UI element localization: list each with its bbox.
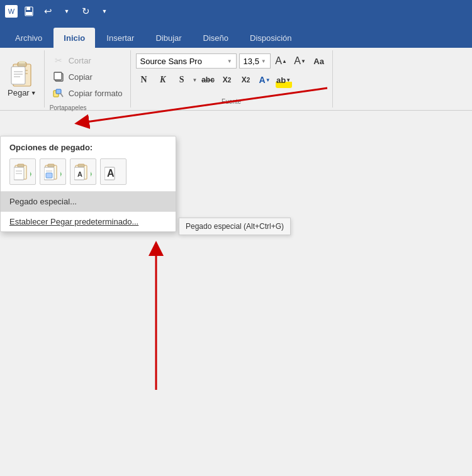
svg-rect-1: [26, 7, 30, 10]
bold-button[interactable]: N: [136, 72, 152, 88]
svg-rect-9: [11, 67, 25, 84]
scissors-icon: ✂: [52, 54, 65, 67]
font-size-arrow: ▼: [261, 58, 266, 64]
font-color-button[interactable]: A▼: [257, 72, 273, 88]
font-section-label: Fuente: [136, 96, 327, 105]
svg-line-17: [60, 93, 63, 97]
strikethrough-button[interactable]: S: [174, 72, 190, 88]
svg-rect-19: [18, 164, 24, 167]
pegar-button[interactable]: Pegar ▼: [3, 54, 42, 104]
svg-rect-29: [78, 164, 84, 167]
subscript-button[interactable]: X2: [219, 72, 235, 88]
svg-text:A: A: [77, 170, 82, 178]
app-icon: W: [5, 5, 18, 18]
svg-text:A: A: [107, 168, 115, 179]
title-bar: W ↩ ▼ ↻ ▼: [0, 0, 472, 23]
font-size-selector[interactable]: 13,5 ▼: [239, 53, 271, 69]
clipboard-section-label: Portapapeles: [50, 102, 125, 111]
highlight-button[interactable]: ab▼: [276, 72, 292, 88]
tab-disposicion[interactable]: Disposición: [240, 28, 301, 48]
paste-especial-label: Pegado especial...: [9, 197, 77, 206]
paste-option-1[interactable]: [9, 158, 36, 185]
ribbon-body: Pegar ▼ ✂ Cortar Copiar: [0, 48, 472, 111]
undo-arrow[interactable]: ▼: [59, 4, 74, 19]
clipboard-group: ✂ Cortar Copiar: [45, 50, 131, 108]
svg-rect-27: [46, 173, 52, 178]
svg-rect-14: [54, 72, 62, 80]
ribbon-tabs: Archivo Inicio Insertar Dibujar Diseño D…: [0, 23, 472, 48]
font-shrink-button[interactable]: A▼: [292, 53, 308, 69]
format-painter-icon: [52, 87, 65, 99]
paste-especial-tooltip: Pegado especial (Alt+Ctrl+G): [179, 218, 291, 235]
font-name-value: Source Sans Pro: [140, 57, 202, 66]
tab-diseno[interactable]: Diseño: [193, 28, 239, 48]
paste-predeterminado-label: Establecer Pegar predeterminado...: [9, 217, 138, 226]
font-name-arrow: ▼: [227, 58, 232, 64]
copiar-button[interactable]: Copiar: [50, 69, 125, 84]
cortar-label: Cortar: [69, 56, 91, 65]
paste-menu-header: Opciones de pegado:: [1, 136, 176, 156]
cortar-button[interactable]: ✂ Cortar: [50, 53, 125, 68]
pegar-icon: [10, 60, 34, 88]
tab-inicio[interactable]: Inicio: [53, 28, 95, 48]
undo-button[interactable]: ↩: [40, 4, 55, 19]
tab-dibujar[interactable]: Dibujar: [145, 28, 191, 48]
qat-arrow[interactable]: ▼: [97, 4, 112, 19]
superscript-button[interactable]: X2: [238, 72, 254, 88]
font-grow-button[interactable]: A▲: [273, 53, 289, 69]
paste-options-row: A A: [1, 156, 176, 191]
save-button[interactable]: [21, 4, 37, 19]
copy-icon: [52, 70, 65, 83]
svg-rect-16: [56, 89, 61, 94]
font-size-value: 13,5: [244, 57, 259, 66]
font-effects-arrow[interactable]: ▼: [193, 77, 198, 83]
copiar-label: Copiar: [69, 72, 93, 82]
pegar-dropdown-arrow[interactable]: ▼: [31, 90, 37, 96]
svg-rect-24: [48, 164, 54, 167]
pegar-group: Pegar ▼: [0, 50, 45, 108]
tab-insertar[interactable]: Insertar: [96, 28, 144, 48]
paste-option-3[interactable]: A: [70, 158, 96, 185]
tooltip-text: Pegado especial (Alt+Ctrl+G): [186, 222, 284, 231]
copiar-formato-button[interactable]: Copiar formato: [50, 86, 125, 101]
font-name-selector[interactable]: Source Sans Pro ▼: [136, 53, 237, 69]
paste-option-2[interactable]: [40, 158, 66, 185]
tab-archivo[interactable]: Archivo: [5, 28, 52, 48]
paste-predeterminado-item[interactable]: Establecer Pegar predeterminado...: [1, 212, 176, 231]
redo-button[interactable]: ↻: [78, 4, 93, 19]
copiar-formato-label: Copiar formato: [69, 89, 123, 98]
svg-rect-2: [26, 12, 32, 15]
svg-rect-5: [19, 61, 25, 64]
font-section: Source Sans Pro ▼ 13,5 ▼ A▲ A▼ Aa N K S …: [131, 50, 333, 108]
font-format-row: N K S ▼ abc X2 X2 A▼ ab▼: [136, 72, 327, 88]
paste-especial-item[interactable]: Pegado especial...: [1, 192, 176, 211]
italic-button[interactable]: K: [155, 72, 171, 88]
paste-option-4[interactable]: A: [100, 158, 126, 185]
strikethrough2-button[interactable]: abc: [200, 72, 216, 88]
font-name-row: Source Sans Pro ▼ 13,5 ▼ A▲ A▼ Aa: [136, 53, 327, 69]
paste-dropdown-menu: Opciones de pegado:: [0, 136, 176, 232]
pegar-label: Pegar: [8, 88, 30, 97]
clear-format-button[interactable]: Aa: [311, 53, 327, 69]
